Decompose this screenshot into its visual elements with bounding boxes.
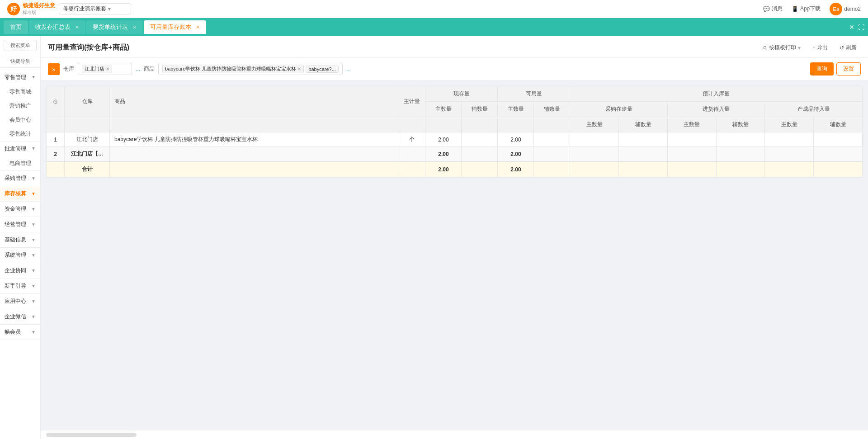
warehouse-more-btn[interactable]: ...	[136, 66, 140, 72]
th-main-unit: 主计量	[398, 86, 425, 117]
product-tag-2: babycare?...	[306, 66, 339, 73]
logo-text: 畅捷通好生意 标准版	[23, 2, 55, 16]
company-select[interactable]: 母婴行业演示账套 ▾	[59, 3, 131, 14]
row2-inc-main	[667, 147, 716, 162]
close-receipts-tab-icon[interactable]: ✕	[75, 24, 79, 30]
th-empty-6	[462, 117, 498, 132]
sidebar-group-finance: 资金管理 ▼	[0, 202, 40, 217]
user-area[interactable]: Ea demo2	[830, 3, 861, 15]
page-title: 可用量查询(按仓库+商品)	[48, 43, 129, 52]
row2-product	[110, 147, 398, 162]
th-empty-2	[65, 117, 110, 132]
logo-icon: 好	[7, 3, 20, 15]
corp-group-arrow-icon: ▼	[31, 268, 36, 273]
table-settings-icon[interactable]: ⚙	[52, 98, 58, 105]
sidebar-group-member-header[interactable]: 畅会员 ▼	[0, 325, 40, 340]
sidebar-item-ecommerce[interactable]: 电商管理	[0, 156, 40, 170]
sidebar-group-finance-header[interactable]: 资金管理 ▼	[0, 202, 40, 217]
sidebar-group-corp-header[interactable]: 企业协同 ▼	[0, 263, 40, 278]
wholesale-group-arrow-icon: ▲	[31, 146, 36, 151]
content-header: 可用量查询(按仓库+商品) 🖨 按模板打印 ▾ ↑ 导出 ↺ 刷新	[41, 36, 868, 58]
maximize-icon[interactable]: ⛶	[858, 24, 864, 31]
sidebar-item-marketing[interactable]: 营销推广	[0, 99, 40, 113]
filter-area: » 仓库 江北门店 ✕ ... 商品 babycare学饮杯 儿童防摔防撞吸管杯…	[41, 58, 868, 80]
sidebar-group-purchase: 采购管理 ▼	[0, 171, 40, 186]
filter-toggle-btn[interactable]: »	[48, 63, 60, 75]
message-btn[interactable]: 💬 消息	[763, 5, 783, 13]
app-download-btn[interactable]: 📱 App下载	[792, 5, 821, 13]
footer-total-row: 合计 2.00 2.00	[47, 161, 863, 177]
query-btn[interactable]: 查询	[810, 62, 834, 76]
table-row: 2 江北门店【... 2.00 2.00	[47, 147, 863, 162]
tab-home[interactable]: 首页	[4, 20, 28, 34]
home-tab-label: 首页	[10, 23, 22, 31]
row2-prod-main	[765, 147, 814, 162]
logo-area: 好 畅捷通好生意 标准版	[7, 2, 55, 16]
th-inc-main: 主数量	[667, 117, 716, 132]
receipts-tab-label: 收发存汇总表	[35, 23, 71, 31]
product-filter-label: 商品	[144, 65, 155, 73]
row2-pur-main	[570, 147, 619, 162]
tab-order-stats[interactable]: 要货单统计表 ✕	[86, 20, 143, 34]
refresh-icon: ↺	[840, 45, 844, 51]
row1-product: babycare学饮杯 儿童防摔防撞吸管杯重力球吸嘴杯宝宝水杯	[110, 132, 398, 147]
ops-group-arrow-icon: ▼	[31, 222, 36, 227]
remove-product-tag1-icon[interactable]: ✕	[297, 66, 301, 71]
sidebar-item-member-center[interactable]: 会员中心	[0, 113, 40, 127]
sidebar-group-inventory: 库存核算 ▼	[0, 186, 40, 202]
row1-current-main: 2.00	[425, 132, 462, 147]
sidebar-group-inventory-header[interactable]: 库存核算 ▼	[0, 186, 40, 201]
th-warehouse: 仓库	[65, 86, 110, 117]
sidebar-item-retail-mall[interactable]: 零售商城	[0, 85, 40, 99]
sidebar-shortcut-nav[interactable]: 快捷导航	[0, 55, 40, 68]
sidebar-group-ops-header[interactable]: 经营管理 ▼	[0, 217, 40, 232]
product-tag-1: babycare学饮杯 儿童防摔防撞吸管杯重力球吸嘴杯宝宝水杯 ✕	[162, 65, 304, 73]
sidebar-group-wechat: 企业微信 ▼	[0, 309, 40, 325]
close-all-tabs-icon[interactable]: ✕	[849, 24, 854, 31]
inventory-tab-label: 可用量库存账本	[150, 23, 191, 31]
message-icon: 💬	[763, 6, 770, 12]
sidebar-group-wechat-header[interactable]: 企业微信 ▼	[0, 309, 40, 324]
search-menu-btn[interactable]: 搜索菜单	[4, 40, 37, 51]
th-incoming: 进货待入量	[667, 102, 765, 117]
th-prod-aux: 辅数量	[814, 117, 863, 132]
print-btn[interactable]: 🖨 按模板打印 ▾	[758, 42, 805, 54]
purchase-group-arrow-icon: ▼	[31, 176, 36, 181]
sidebar-group-retail: 零售管理 ▲ 零售商城 营销推广 会员中心 零售统计	[0, 70, 40, 142]
row1-inc-main	[667, 132, 716, 147]
sidebar-group-system-header[interactable]: 系统管理 ▼	[0, 248, 40, 263]
sidebar-group-wholesale-header[interactable]: 批发管理 ▲	[0, 142, 40, 156]
sidebar-group-purchase-header[interactable]: 采购管理 ▼	[0, 171, 40, 186]
close-order-stats-tab-icon[interactable]: ✕	[132, 24, 137, 30]
nav-tabs: 首页 收发存汇总表 ✕ 要货单统计表 ✕ 可用量库存账本 ✕ ✕ ⛶	[0, 18, 868, 36]
sidebar-group-apps-header[interactable]: 应用中心 ▼	[0, 294, 40, 309]
sidebar-item-retail-stats[interactable]: 零售统计	[0, 127, 40, 141]
tab-receipts[interactable]: 收发存汇总表 ✕	[29, 20, 85, 34]
sidebar-group-member: 畅会员 ▼	[0, 325, 40, 340]
row1-pur-aux	[619, 132, 668, 147]
warehouse-filter-input[interactable]: 江北门店 ✕	[78, 63, 132, 75]
sidebar-group-basic-header[interactable]: 基础信息 ▼	[0, 232, 40, 247]
remove-warehouse-tag-icon[interactable]: ✕	[106, 66, 109, 71]
tab-inventory[interactable]: 可用量库存账本 ✕	[144, 20, 206, 34]
th-production: 产成品待入量	[765, 102, 863, 117]
refresh-btn[interactable]: ↺ 刷新	[835, 42, 861, 54]
row2-index: 2	[47, 147, 65, 162]
inventory-group-arrow-icon: ▼	[31, 191, 36, 196]
sidebar-group-retail-header[interactable]: 零售管理 ▲	[0, 70, 40, 85]
sidebar-group-guide-header[interactable]: 新手引导 ▼	[0, 279, 40, 293]
export-btn[interactable]: ↑ 导出	[808, 42, 832, 54]
tab-actions: ✕ ⛶	[849, 24, 864, 31]
app-icon: 📱	[792, 6, 798, 12]
close-inventory-tab-icon[interactable]: ✕	[196, 24, 200, 30]
horizontal-scrollbar[interactable]	[46, 433, 137, 437]
th-pur-aux: 辅数量	[619, 117, 668, 132]
th-empty-1	[47, 117, 65, 132]
inventory-table: ⚙ 仓库 商品 主计量 现存量 可用量 预计入库量 主数量 辅数量 主数量 辅数…	[46, 86, 863, 177]
sidebar-group-corp: 企业协同 ▼	[0, 263, 40, 279]
row1-prod-aux	[814, 132, 863, 147]
product-more-btn[interactable]: ...	[346, 66, 351, 72]
product-filter-input[interactable]: babycare学饮杯 儿童防摔防撞吸管杯重力球吸嘴杯宝宝水杯 ✕ babyca…	[158, 63, 343, 75]
settings-btn[interactable]: 设置	[836, 62, 861, 76]
member-group-arrow-icon: ▼	[31, 330, 36, 335]
